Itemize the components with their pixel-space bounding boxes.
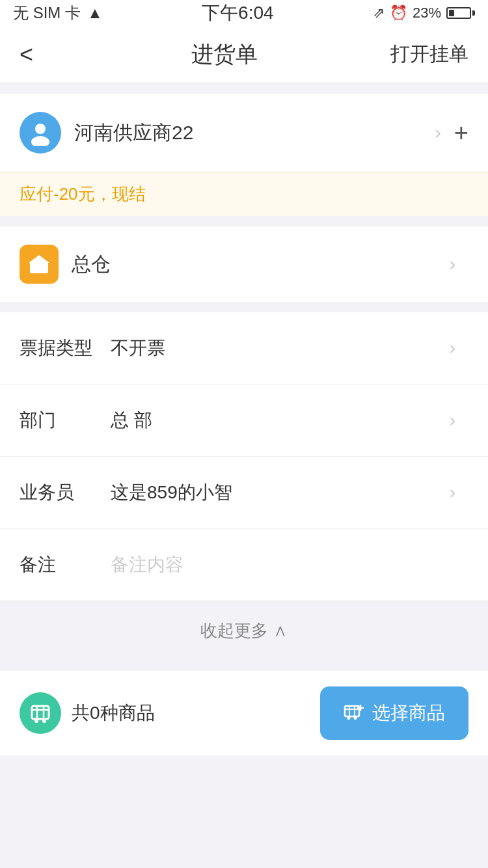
invoice-type-label: 票据类型 bbox=[20, 336, 111, 360]
supplier-section: 河南供应商22 › + 应付-20元，现结 bbox=[0, 94, 488, 216]
chevron-right-icon: › bbox=[450, 410, 455, 431]
svg-marker-3 bbox=[29, 255, 49, 263]
warehouse-icon bbox=[27, 252, 51, 276]
page-bottom bbox=[0, 755, 488, 868]
carrier-text: 无 SIM 卡 bbox=[13, 3, 81, 23]
chevron-right-icon: › bbox=[450, 338, 455, 359]
cart-icon-bg bbox=[20, 692, 61, 734]
svg-rect-4 bbox=[36, 265, 42, 273]
chevron-right-icon: › bbox=[450, 254, 455, 275]
svg-point-10 bbox=[42, 719, 46, 723]
remark-input[interactable]: 备注内容 bbox=[111, 552, 468, 577]
svg-point-0 bbox=[35, 124, 46, 134]
status-time: 下午6:04 bbox=[202, 1, 274, 25]
supplier-avatar bbox=[20, 112, 61, 154]
status-left: 无 SIM 卡 ▲ bbox=[13, 3, 103, 23]
svg-point-15 bbox=[347, 716, 351, 720]
salesperson-value: 这是859的小智 bbox=[111, 480, 450, 505]
select-goods-button[interactable]: 选择商品 bbox=[320, 686, 468, 740]
warehouse-section[interactable]: 总仓 › bbox=[0, 226, 488, 302]
department-row[interactable]: 部门 总 部 › bbox=[0, 385, 488, 457]
svg-rect-11 bbox=[345, 706, 359, 716]
open-pending-button[interactable]: 打开挂单 bbox=[390, 41, 468, 68]
svg-rect-5 bbox=[32, 706, 49, 719]
warehouse-icon-bg bbox=[20, 245, 59, 284]
location-icon: ⇗ bbox=[373, 5, 385, 21]
goods-info: 共0种商品 bbox=[20, 692, 155, 734]
page-title: 进货单 bbox=[191, 40, 258, 70]
status-right: ⇗ ⏰ 23% bbox=[373, 5, 475, 21]
remark-label: 备注 bbox=[20, 552, 111, 577]
warehouse-name: 总仓 bbox=[72, 251, 450, 278]
salesperson-row[interactable]: 业务员 这是859的小智 › bbox=[0, 457, 488, 529]
supplier-row[interactable]: 河南供应商22 › + bbox=[0, 94, 488, 172]
battery-percent: 23% bbox=[413, 5, 441, 21]
select-goods-icon bbox=[344, 702, 364, 725]
goods-count: 共0种商品 bbox=[72, 701, 155, 726]
supplier-name: 河南供应商22 bbox=[74, 120, 435, 146]
form-section: 票据类型 不开票 › 部门 总 部 › 业务员 这是859的小智 › 备注 备注… bbox=[0, 312, 488, 601]
select-goods-label: 选择商品 bbox=[372, 701, 445, 726]
svg-point-9 bbox=[34, 719, 38, 723]
warehouse-row[interactable]: 总仓 › bbox=[0, 226, 488, 302]
department-value: 总 部 bbox=[111, 408, 450, 433]
wifi-icon: ▲ bbox=[87, 4, 103, 22]
supplier-notice: 应付-20元，现结 bbox=[0, 172, 488, 216]
bottom-bar: 共0种商品 选择商品 bbox=[0, 671, 488, 755]
status-bar: 无 SIM 卡 ▲ 下午6:04 ⇗ ⏰ 23% bbox=[0, 0, 488, 26]
add-supplier-button[interactable]: + bbox=[454, 119, 468, 147]
cart-add-icon bbox=[344, 702, 364, 720]
remark-row[interactable]: 备注 备注内容 bbox=[0, 529, 488, 601]
salesperson-label: 业务员 bbox=[20, 480, 111, 505]
invoice-type-row[interactable]: 票据类型 不开票 › bbox=[0, 312, 488, 385]
chevron-right-icon: › bbox=[450, 482, 455, 503]
nav-bar: < 进货单 打开挂单 bbox=[0, 26, 488, 83]
invoice-type-value: 不开票 bbox=[111, 336, 450, 360]
collapse-label: 收起更多 ∧ bbox=[200, 619, 287, 642]
department-label: 部门 bbox=[20, 408, 111, 433]
collapse-row[interactable]: 收起更多 ∧ bbox=[0, 601, 488, 660]
back-button[interactable]: < bbox=[20, 41, 59, 68]
svg-point-1 bbox=[31, 136, 49, 146]
svg-point-16 bbox=[354, 716, 357, 720]
alarm-icon: ⏰ bbox=[390, 5, 407, 21]
chevron-right-icon: › bbox=[435, 122, 441, 143]
battery-icon bbox=[446, 7, 475, 19]
person-icon bbox=[27, 120, 53, 146]
cart-icon bbox=[28, 701, 53, 726]
